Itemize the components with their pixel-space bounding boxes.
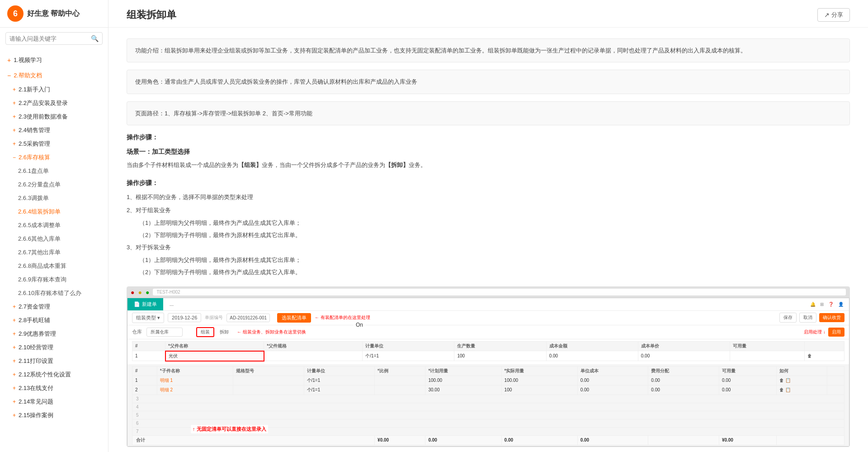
sim-btn-cancel[interactable]: 取消 bbox=[799, 313, 816, 323]
sidebar-item-transfer[interactable]: 2.6.3调拨单 bbox=[0, 191, 108, 205]
table-row: 4 bbox=[132, 403, 844, 411]
footer-alloc: 0.00 bbox=[577, 435, 648, 445]
empty-row5: 5 bbox=[132, 411, 844, 419]
lcell-actual2: 100 bbox=[501, 385, 577, 395]
sidebar-item-personalize[interactable]: + 2.12系统个性化设置 bbox=[0, 368, 108, 381]
sidebar-item-stock-query[interactable]: 2.6.9库存账本查询 bbox=[0, 273, 108, 286]
empty-row6: 6 bbox=[132, 419, 844, 427]
plus-icon: + bbox=[7, 57, 11, 64]
app-title: 好生意 帮助中心 bbox=[27, 9, 80, 19]
sidebar-item-newbie[interactable]: + 2.1新手入门 bbox=[0, 83, 108, 96]
sim-new-label: 新建单 bbox=[142, 301, 157, 308]
step-2-2: （2）下部明细为子件明细，最终作为原材料生成其它出库单。 bbox=[139, 230, 850, 241]
footer-actual: 0.00 bbox=[425, 435, 501, 445]
sidebar-item-partial[interactable]: 2.6.2分量盘点单 bbox=[0, 178, 108, 191]
sim-btn-enable[interactable]: 启用 bbox=[828, 328, 844, 337]
scene1-desc: 当由多个子件材料组装成一个成品的业务为【组装】业务，当由一个父件拆分成多个子产品… bbox=[127, 160, 850, 171]
sidebar-item-inventory[interactable]: − 2.6库存核算 bbox=[0, 151, 108, 164]
cell-unit: 个/1=1 bbox=[363, 351, 454, 361]
cell-action: 🗑 bbox=[804, 351, 844, 361]
lcell-how2: 🗑 📋 bbox=[776, 385, 827, 395]
search-box[interactable]: 🔍 bbox=[5, 32, 103, 45]
scene1-title: 场景一：加工类型选择 bbox=[127, 148, 850, 156]
screenshot-container: ● ● ● TEST-H002 📄 新建单 ... 🔔 bbox=[127, 286, 850, 447]
search-input[interactable] bbox=[9, 35, 91, 42]
lcol-qty: *计划用量 bbox=[425, 366, 501, 376]
sim-input-warehouse[interactable]: 所属仓库 bbox=[146, 328, 183, 337]
sidebar-item-check[interactable]: 2.6.1盘点单 bbox=[0, 164, 108, 178]
col-cost: 成本金额 bbox=[546, 341, 638, 351]
lcell-ratio bbox=[375, 376, 425, 385]
sidebar-item-other-out[interactable]: 2.6.7其他出库单 bbox=[0, 246, 108, 259]
cell-avail bbox=[730, 351, 804, 361]
sidebar-item-assembly[interactable]: 2.6.4组装拆卸单 bbox=[0, 205, 108, 219]
plus-icon: + bbox=[13, 371, 16, 378]
sidebar-item-stock-error[interactable]: 2.6.10库存账本错了么办 bbox=[0, 286, 108, 300]
sidebar-item-pay-label: 2.13在线支付 bbox=[19, 384, 53, 392]
sim-action-btns: 启用处理 ↓ 启用 bbox=[804, 328, 844, 337]
sidebar-item-docs[interactable]: − 2.帮助文档 bbox=[0, 68, 108, 83]
sim-btn-confirm[interactable]: 确认收货 bbox=[819, 313, 844, 322]
sidebar-item-coupon[interactable]: + 2.9优惠券管理 bbox=[0, 327, 108, 341]
col-unit: 计量单位 bbox=[363, 341, 454, 351]
path-text: 页面路径：1、库存核算->库存管理->组装拆卸单 2、首页->常用功能 bbox=[135, 110, 312, 117]
sidebar-item-goods-cost[interactable]: 2.6.8商品成本重算 bbox=[0, 259, 108, 273]
step-2-1: （1）上部明细为父件明细，最终作为产成品生成其它入库单； bbox=[139, 218, 850, 229]
plus-icon: + bbox=[13, 344, 16, 351]
sidebar-item-cases[interactable]: + 2.15操作案例 bbox=[0, 409, 108, 422]
lcell-spec bbox=[233, 376, 304, 385]
lcell-name2: 明细 2 bbox=[157, 385, 233, 395]
lcell-avail: 0.00 bbox=[719, 376, 776, 385]
sidebar-item-sales[interactable]: + 2.4销售管理 bbox=[0, 124, 108, 137]
table-row: 3 bbox=[132, 395, 844, 403]
scene1-steps-title: 操作步骤： bbox=[127, 179, 850, 187]
sim-icon-user: 👤 bbox=[838, 302, 844, 307]
sidebar-item-install[interactable]: + 2.2产品安装及登录 bbox=[0, 96, 108, 110]
intro-block: 功能介绍：组装拆卸单用来处理企业组装或拆卸等加工业务，支持有固定装配清单的产品加… bbox=[127, 38, 850, 62]
sim-btn-save[interactable]: 保存 bbox=[779, 313, 797, 323]
table-row: 6 bbox=[132, 419, 844, 427]
nav-sub-docs: + 2.1新手入门 + 2.2产品安装及登录 + 2.3使用前数据准备 + 2.… bbox=[0, 83, 108, 422]
sidebar-item-pay[interactable]: + 2.13在线支付 bbox=[0, 381, 108, 395]
annotation-switch: ← 组装业务、拆卸业务在这里切换 bbox=[237, 329, 306, 335]
lcell-avail2: 0.00 bbox=[719, 385, 776, 395]
sidebar-item-print-label: 2.11打印设置 bbox=[19, 357, 53, 365]
lcell-unit: 个/1=1 bbox=[304, 376, 375, 385]
sidebar-item-mobile[interactable]: + 2.8手机旺辅 bbox=[0, 314, 108, 327]
sidebar-item-prepare[interactable]: + 2.3使用前数据准备 bbox=[0, 110, 108, 124]
sidebar-item-personalize-label: 2.12系统个性化设置 bbox=[19, 371, 71, 379]
cell-spec bbox=[264, 351, 363, 361]
sidebar-item-ops[interactable]: + 2.10经营管理 bbox=[0, 341, 108, 354]
sim-btn-assembly-list[interactable]: 选装配清单 bbox=[277, 313, 311, 323]
sim-btn-date[interactable]: 2019-12-26 bbox=[168, 313, 201, 322]
plus-icon: + bbox=[13, 331, 16, 337]
sim-icon-help: ❓ bbox=[828, 302, 834, 307]
sidebar-item-ops-label: 2.10经营管理 bbox=[19, 343, 53, 352]
table-row: 5 bbox=[132, 411, 844, 419]
lcell-how: 🗑 📋 bbox=[776, 376, 827, 385]
share-button[interactable]: ↗ 分享 bbox=[817, 8, 850, 22]
sim-btn-assemble[interactable]: 组装 bbox=[196, 327, 214, 337]
sidebar-item-newbie-label: 2.1新手入门 bbox=[19, 86, 50, 94]
cell-seq: 1 bbox=[132, 351, 165, 361]
role-text: 使用角色：通常由生产人员或库管人员完成拆装业务的操作，库管人员确认原材料的出库和… bbox=[135, 78, 417, 85]
sidebar-item-other-in[interactable]: 2.6.6其他入库单 bbox=[0, 232, 108, 246]
sim-btn-disassemble[interactable]: 拆卸 bbox=[216, 328, 232, 336]
sidebar-item-purchase[interactable]: + 2.5采购管理 bbox=[0, 137, 108, 151]
sidebar-nav: + 1.视频学习 − 2.帮助文档 + 2.1新手入门 + 2.2产品安装及登录 bbox=[0, 49, 108, 452]
lcell-unit2: 个/1=1 bbox=[304, 385, 375, 395]
sidebar-item-video[interactable]: + 1.视频学习 bbox=[0, 53, 108, 67]
sidebar-item-cost[interactable]: 2.6.5成本调整单 bbox=[0, 219, 108, 232]
plus-icon: + bbox=[13, 127, 16, 133]
annotation-clearinghouse: ← 有装配清单的在这里处理 bbox=[315, 314, 370, 321]
cell-qty: 100 bbox=[454, 351, 546, 361]
sidebar-item-cases-label: 2.15操作案例 bbox=[19, 411, 53, 419]
sidebar-item-print[interactable]: + 2.11打印设置 bbox=[0, 354, 108, 368]
sim-btn-select-type[interactable]: 组装类型 ▾ bbox=[132, 313, 164, 323]
empty-row7: 7 bbox=[132, 427, 844, 435]
sidebar-item-faq[interactable]: + 2.14常见问题 bbox=[0, 395, 108, 409]
lcol-unit: 计量单位 bbox=[304, 366, 375, 376]
screenshot-sim: 📄 新建单 ... 🔔 ⊞ ❓ 👤 组装类 bbox=[127, 298, 849, 447]
sim-input-docno[interactable]: AD-20191226-001 bbox=[226, 314, 270, 322]
sidebar-item-capital[interactable]: + 2.7资金管理 bbox=[0, 300, 108, 314]
